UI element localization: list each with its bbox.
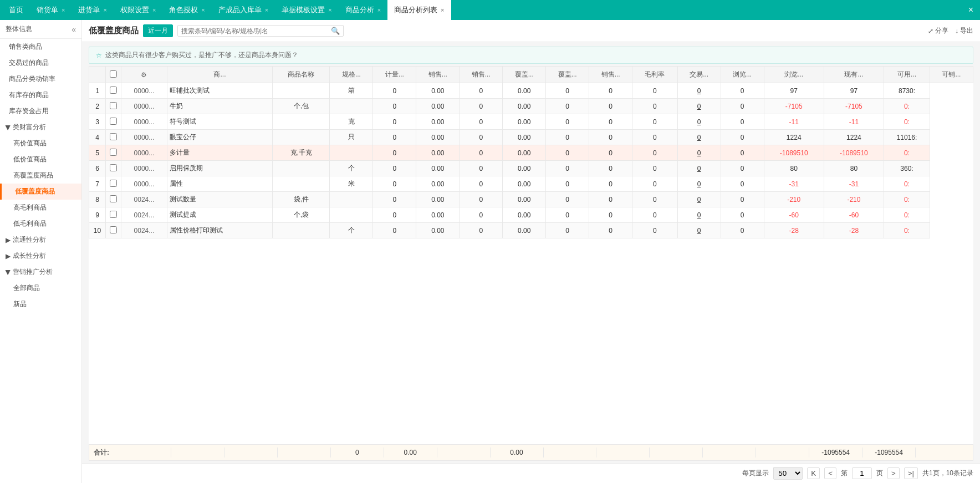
- row-browse1[interactable]: 0: [677, 192, 721, 207]
- sidebar-collapse-button[interactable]: «: [72, 25, 76, 34]
- sidebar-item-high-coverage[interactable]: 高覆盖度商品: [0, 167, 81, 184]
- col-header-stock[interactable]: 现有...: [824, 67, 884, 83]
- close-icon[interactable]: ×: [328, 7, 331, 13]
- next-page-button[interactable]: >: [887, 467, 900, 479]
- row-browse1[interactable]: 0: [677, 145, 721, 161]
- sidebar-item-high-value[interactable]: 高价值商品: [0, 135, 81, 151]
- nav-home[interactable]: 首页: [2, 0, 30, 20]
- nav-sales-order[interactable]: 销货单 ×: [30, 0, 72, 20]
- browse-link[interactable]: 0: [697, 211, 701, 219]
- row-checkbox[interactable]: [110, 149, 117, 156]
- row-browse1[interactable]: 0: [677, 114, 721, 130]
- sidebar-group-marketing[interactable]: ▶ 营销推广分析: [0, 264, 81, 280]
- sidebar-item-stocked-products[interactable]: 有库存的商品: [0, 87, 81, 103]
- col-header-cover1[interactable]: 覆盖...: [503, 67, 546, 83]
- col-header-cover2[interactable]: 覆盖...: [546, 67, 589, 83]
- row-checkbox[interactable]: [110, 180, 117, 187]
- sidebar-item-category-rate[interactable]: 商品分类动销率: [0, 71, 81, 87]
- col-header-browse1[interactable]: 浏览...: [721, 67, 764, 83]
- sidebar-group-liquidity[interactable]: ▶ 流通性分析: [0, 232, 81, 248]
- nav-product-analysis[interactable]: 商品分析 ×: [339, 0, 387, 20]
- col-header-sales2[interactable]: 销售...: [460, 67, 503, 83]
- col-header-unit[interactable]: 计量...: [373, 67, 416, 83]
- close-icon[interactable]: ×: [441, 7, 444, 13]
- prev-page-button[interactable]: <: [824, 467, 836, 479]
- sidebar-item-low-value[interactable]: 低价值商品: [0, 151, 81, 167]
- sidebar-group-wealth-analysis[interactable]: ▶ 类财富分析: [0, 119, 81, 135]
- close-icon[interactable]: ×: [377, 7, 381, 13]
- browse-link[interactable]: 0: [697, 227, 701, 235]
- browse-link[interactable]: 0: [697, 87, 701, 95]
- close-icon[interactable]: ×: [201, 7, 205, 13]
- col-header-browse2[interactable]: 浏览...: [764, 67, 824, 83]
- row-checkbox[interactable]: [110, 102, 117, 109]
- col-header-name[interactable]: 商品名称: [273, 67, 330, 83]
- first-page-button[interactable]: K: [807, 467, 820, 479]
- row-name[interactable]: 启用保质期: [167, 161, 272, 176]
- col-header-saleable[interactable]: 可销...: [930, 67, 973, 83]
- row-name[interactable]: 多计量: [167, 145, 272, 161]
- row-checkbox[interactable]: [110, 87, 117, 94]
- close-icon[interactable]: ×: [152, 7, 156, 13]
- browse-link[interactable]: 0: [697, 165, 701, 172]
- row-name[interactable]: 旺辅批次测试: [167, 83, 272, 99]
- sidebar-item-inventory-capital[interactable]: 库存资金占用: [0, 103, 81, 119]
- row-browse1[interactable]: 0: [677, 223, 721, 238]
- last-page-button[interactable]: >|: [904, 467, 918, 479]
- page-input[interactable]: [852, 467, 872, 479]
- sidebar-item-low-profit[interactable]: 低毛利商品: [0, 216, 81, 232]
- row-name[interactable]: 属性价格打印测试: [167, 223, 272, 238]
- sidebar-item-traded-products[interactable]: 交易过的商品: [0, 55, 81, 71]
- nav-product-analysis-list[interactable]: 商品分析列表 ×: [387, 0, 451, 20]
- row-name[interactable]: 测试数量: [167, 192, 272, 207]
- per-page-select[interactable]: 50 100 200: [773, 467, 803, 480]
- col-header-available[interactable]: 可用...: [884, 67, 930, 83]
- close-all-tabs-button[interactable]: ×: [964, 5, 978, 15]
- browse-link[interactable]: 0: [697, 180, 701, 188]
- browse-link[interactable]: 0: [697, 103, 701, 110]
- close-icon[interactable]: ×: [265, 7, 268, 13]
- nav-template-settings[interactable]: 单据模板设置 ×: [275, 0, 338, 20]
- col-header-gross[interactable]: 毛利率: [632, 67, 678, 83]
- row-browse1[interactable]: 0: [677, 176, 721, 192]
- row-name[interactable]: 属性: [167, 176, 272, 192]
- row-browse1[interactable]: 0: [677, 161, 721, 176]
- sidebar-item-new-products[interactable]: 新品: [0, 296, 81, 312]
- col-header-trade[interactable]: 交易...: [677, 67, 721, 83]
- row-checkbox[interactable]: [110, 118, 117, 125]
- nav-permissions[interactable]: 权限设置 ×: [114, 0, 162, 20]
- col-header-spec[interactable]: 规格...: [330, 67, 373, 83]
- close-icon[interactable]: ×: [62, 7, 65, 13]
- browse-link[interactable]: 0: [697, 196, 701, 204]
- select-all-checkbox[interactable]: [110, 70, 117, 78]
- close-icon[interactable]: ×: [103, 7, 106, 13]
- sidebar-item-sales-products[interactable]: 销售类商品: [0, 39, 81, 55]
- row-name[interactable]: 测试提成: [167, 207, 272, 223]
- browse-link[interactable]: 0: [697, 149, 701, 157]
- row-browse1[interactable]: 0: [677, 99, 721, 114]
- settings-icon[interactable]: ⚙: [141, 71, 147, 79]
- sidebar-group-growth[interactable]: ▶ 成长性分析: [0, 248, 81, 264]
- row-checkbox[interactable]: [110, 195, 117, 202]
- browse-link[interactable]: 0: [697, 134, 701, 141]
- period-button[interactable]: 近一月: [143, 24, 173, 37]
- col-header-code[interactable]: 商...: [167, 67, 272, 83]
- row-browse1[interactable]: 0: [677, 83, 721, 99]
- row-checkbox[interactable]: [110, 226, 117, 233]
- nav-product-warehouse[interactable]: 产成品入库单 ×: [212, 0, 275, 20]
- search-icon[interactable]: 🔍: [331, 27, 340, 35]
- row-checkbox[interactable]: [110, 133, 117, 140]
- row-checkbox[interactable]: [110, 211, 117, 218]
- row-name[interactable]: 眼宝公仔: [167, 130, 272, 145]
- search-input[interactable]: [181, 27, 331, 35]
- export-button[interactable]: ↓ 导出: [955, 26, 973, 35]
- nav-purchase-order[interactable]: 进货单 ×: [72, 0, 113, 20]
- sidebar-item-all-products[interactable]: 全部商品: [0, 280, 81, 296]
- row-browse1[interactable]: 0: [677, 207, 721, 223]
- browse-link[interactable]: 0: [697, 118, 701, 126]
- row-name[interactable]: 牛奶: [167, 99, 272, 114]
- col-header-salesx[interactable]: 销售...: [589, 67, 632, 83]
- row-browse1[interactable]: 0: [677, 130, 721, 145]
- share-button[interactable]: ⤢ 分享: [928, 26, 948, 35]
- row-checkbox[interactable]: [110, 164, 117, 171]
